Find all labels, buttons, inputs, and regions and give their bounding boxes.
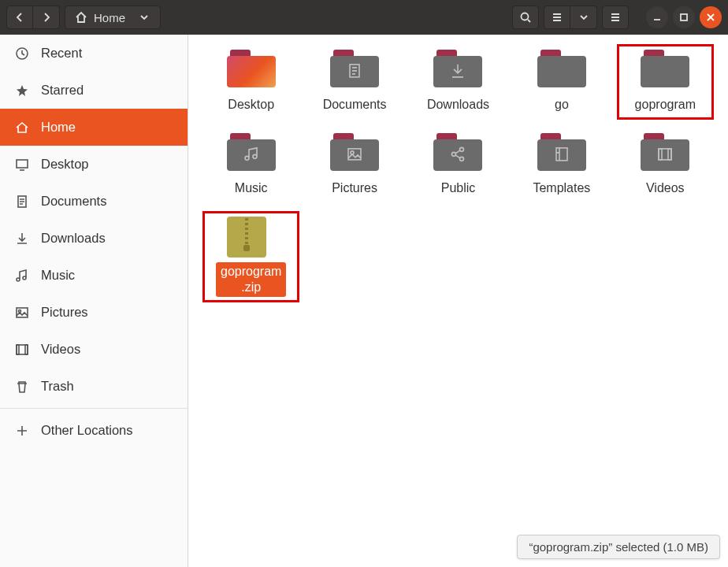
sidebar-item-label: Recent [41, 46, 82, 61]
picture-icon [14, 305, 30, 321]
content-area[interactable]: DesktopDocumentsDownloadsgogoprogramMusi… [188, 35, 728, 567]
share-icon [449, 146, 466, 167]
sidebar-item-trash[interactable]: Trash [0, 368, 188, 405]
file-label: Desktop [223, 95, 279, 114]
file-item-goprogram-zip[interactable]: goprogram.zip [202, 211, 299, 302]
forward-button[interactable] [33, 6, 60, 29]
folder-icon [537, 133, 586, 171]
sidebar-item-home[interactable]: Home [0, 109, 188, 146]
svg-rect-7 [17, 345, 28, 354]
sidebar-item-videos[interactable]: Videos [0, 331, 188, 368]
file-item-music[interactable]: Music [202, 128, 299, 203]
desktop-icon [14, 157, 30, 172]
search-button[interactable] [512, 6, 539, 29]
minimize-icon [652, 13, 662, 22]
maximize-button[interactable] [673, 6, 695, 28]
folder-icon [330, 50, 379, 87]
template-icon [553, 146, 570, 167]
main: RecentStarredHomeDesktopDocumentsDownloa… [0, 35, 728, 567]
back-button[interactable] [6, 6, 33, 29]
file-label: go [550, 95, 574, 114]
svg-rect-18 [659, 149, 662, 160]
file-item-public[interactable]: Public [410, 128, 507, 203]
sidebar-item-other-locations[interactable]: Other Locations [0, 412, 188, 449]
file-item-desktop[interactable]: Desktop [202, 44, 299, 120]
file-label: goprogram.zip [216, 262, 286, 297]
file-item-pictures[interactable]: Pictures [306, 128, 403, 203]
minimize-button[interactable] [646, 6, 668, 28]
statusbar: “goprogram.zip” selected (1.0 MB) [517, 535, 720, 559]
sidebar: RecentStarredHomeDesktopDocumentsDownloa… [0, 35, 188, 567]
nav-arrows [6, 6, 60, 29]
sidebar-item-label: Downloads [41, 231, 106, 246]
view-toggle [544, 6, 597, 29]
sidebar-item-label: Starred [41, 83, 84, 98]
file-label: Music [230, 179, 273, 198]
maximize-icon [679, 13, 689, 22]
svg-rect-16 [556, 148, 567, 161]
sidebar-item-label: Home [41, 120, 76, 135]
folder-icon [227, 133, 276, 171]
chevron-down-icon [138, 11, 150, 24]
sidebar-item-label: Pictures [41, 305, 88, 320]
svg-rect-1 [681, 14, 687, 20]
file-label: Public [436, 179, 481, 198]
plus-icon [14, 423, 30, 439]
file-label: Documents [318, 95, 392, 114]
file-label: Videos [641, 179, 689, 198]
file-label: Pictures [327, 179, 382, 198]
chevron-down-icon [578, 11, 590, 24]
archive-icon [227, 217, 266, 258]
folder-icon [433, 50, 482, 87]
folder-icon [641, 133, 689, 171]
file-item-videos[interactable]: Videos [617, 128, 714, 203]
picture-icon [346, 146, 363, 167]
close-button[interactable] [700, 6, 722, 28]
folder-icon [433, 133, 482, 171]
folder-icon [227, 50, 276, 87]
file-item-go[interactable]: go [513, 44, 610, 120]
folder-icon [641, 50, 689, 87]
music-icon [14, 268, 30, 284]
video-icon [14, 342, 30, 358]
document-icon [14, 194, 30, 209]
file-item-downloads[interactable]: Downloads [410, 44, 507, 120]
file-item-templates[interactable]: Templates [513, 128, 610, 203]
svg-rect-19 [668, 149, 671, 160]
sidebar-item-label: Trash [41, 379, 74, 394]
sidebar-item-pictures[interactable]: Pictures [0, 294, 188, 331]
hamburger-menu-button[interactable] [602, 6, 629, 29]
chevron-left-icon [13, 11, 26, 24]
sidebar-item-label: Videos [41, 342, 80, 357]
sidebar-item-recent[interactable]: Recent [0, 35, 188, 72]
clock-icon [14, 46, 30, 61]
path-bar[interactable]: Home [65, 6, 161, 29]
list-view-button[interactable] [544, 6, 570, 29]
star-icon [14, 83, 30, 98]
svg-rect-5 [17, 308, 28, 317]
svg-rect-9 [25, 345, 28, 354]
document-icon [346, 62, 363, 83]
file-label: Downloads [422, 95, 494, 114]
sidebar-item-music[interactable]: Music [0, 257, 188, 294]
close-icon [706, 13, 715, 22]
list-icon [551, 11, 563, 24]
sidebar-item-starred[interactable]: Starred [0, 72, 188, 109]
folder-icon [330, 133, 379, 171]
sidebar-item-label: Documents [41, 194, 106, 209]
folder-icon [537, 50, 586, 87]
trash-icon [14, 379, 30, 395]
search-icon [519, 11, 532, 24]
sidebar-item-label: Desktop [41, 157, 89, 172]
hamburger-icon [609, 11, 622, 24]
view-menu-button[interactable] [570, 6, 597, 29]
file-item-documents[interactable]: Documents [306, 44, 403, 120]
download-icon [449, 62, 466, 83]
headerbar: Home [0, 0, 728, 35]
sidebar-item-downloads[interactable]: Downloads [0, 220, 188, 257]
video-icon [656, 146, 674, 167]
file-item-goprogram[interactable]: goprogram [617, 44, 714, 120]
sidebar-item-desktop[interactable]: Desktop [0, 146, 188, 183]
file-label: goprogram [630, 95, 700, 114]
sidebar-item-documents[interactable]: Documents [0, 183, 188, 220]
